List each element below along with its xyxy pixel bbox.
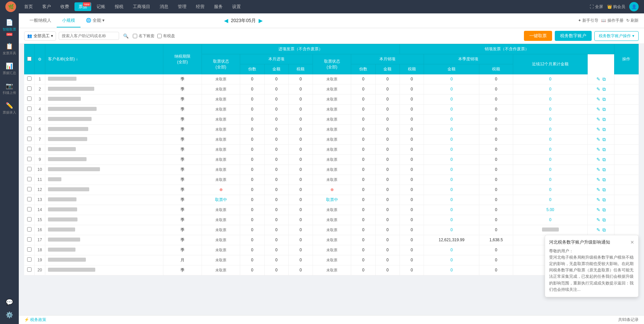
sidebar-item-ticket-summary[interactable]: 📊 票据汇总 <box>0 60 19 78</box>
sidebar-item-chat[interactable]: 💬 <box>4 296 14 309</box>
sidebar-item-settings[interactable]: ⚙️ <box>4 309 14 321</box>
edit-icon[interactable]: ✎ <box>596 147 600 152</box>
nav-messages[interactable]: 消息 <box>156 2 172 11</box>
nav-operations[interactable]: 经营 <box>192 2 209 11</box>
nav-billing[interactable]: 收费 <box>56 2 73 11</box>
copy-icon[interactable]: ⧉ <box>602 137 606 142</box>
copy-icon[interactable]: ⧉ <box>602 96 606 102</box>
row-checkbox[interactable] <box>27 237 32 242</box>
edit-icon[interactable]: ✎ <box>596 207 600 212</box>
user-avatar[interactable]: 👤 <box>629 2 639 11</box>
copy-icon[interactable]: ⧉ <box>602 117 606 122</box>
edit-icon[interactable]: ✎ <box>596 96 600 102</box>
sidebar-item-smart-ticket[interactable]: 📄 智能取票 new <box>0 16 19 39</box>
refresh-link[interactable]: ↻ 刷新 <box>626 18 639 23</box>
edit-icon[interactable]: ✎ <box>596 76 600 82</box>
search-input[interactable] <box>59 32 119 40</box>
row-checkbox[interactable] <box>27 137 32 141</box>
tab-general-taxpayer[interactable]: 一般纳税人 <box>24 14 57 27</box>
row-checkbox[interactable] <box>27 107 32 111</box>
checkbox-has-tax-disk[interactable]: 有税盘 <box>157 33 175 39</box>
copy-icon[interactable]: ⧉ <box>602 107 606 112</box>
nav-tax[interactable]: 报税 <box>111 2 127 11</box>
copy-icon[interactable]: ⧉ <box>602 167 606 173</box>
copy-icon[interactable]: ⧉ <box>602 217 606 223</box>
copy-icon[interactable]: ⧉ <box>602 147 606 152</box>
sidebar-item-ticket-entry[interactable]: ✏️ 票据录入 <box>0 99 19 118</box>
row-checkbox[interactable] <box>27 177 32 181</box>
fullscreen-link[interactable]: ⛶ 全屏 <box>590 4 603 10</box>
edit-icon[interactable]: ✎ <box>596 177 600 182</box>
nav-business[interactable]: 工商项目 <box>129 2 154 11</box>
nav-home[interactable]: 首页 <box>20 2 37 11</box>
sidebar-item-scan-upload[interactable]: 📷 扫描上传 <box>0 79 19 98</box>
tax-digital-account-button[interactable]: 税务数字账户 <box>555 31 592 41</box>
new-guide-link[interactable]: ✦ 新手引导 <box>578 18 598 23</box>
out_amount-cell: 0 <box>375 114 399 124</box>
prev-month-button[interactable]: ◀ <box>224 17 228 24</box>
row-checkbox[interactable] <box>27 167 32 171</box>
row-checkbox[interactable] <box>27 207 32 211</box>
row-checkbox[interactable] <box>27 96 32 101</box>
popup-close-button[interactable]: ✕ <box>630 240 634 245</box>
row-checkbox[interactable] <box>27 117 32 121</box>
row-checkbox[interactable] <box>27 227 32 232</box>
action-cell: ✎ ⧉ <box>588 195 614 205</box>
nav-services[interactable]: 服务 <box>210 2 227 11</box>
checkbox-named-accounts[interactable]: 名下账套 <box>133 33 155 39</box>
edit-icon[interactable]: ✎ <box>596 227 600 233</box>
copy-icon[interactable]: ⧉ <box>602 207 606 213</box>
edit-icon[interactable]: ✎ <box>596 187 600 192</box>
th-out-amount: 金额 <box>375 64 399 74</box>
nav-settings[interactable]: 设置 <box>228 2 245 11</box>
manual-link[interactable]: 📖 操作手册 <box>601 18 623 23</box>
copy-icon[interactable]: ⧉ <box>602 177 606 183</box>
checkbox-named-accounts-input[interactable] <box>133 34 137 38</box>
next-month-button[interactable]: ▶ <box>259 17 263 24</box>
tax-digital-ops-button[interactable]: 税务数字账户操作 ▾ <box>594 31 639 41</box>
edit-icon[interactable]: ✎ <box>596 217 600 222</box>
row-checkbox[interactable] <box>27 157 32 161</box>
row-checkbox[interactable] <box>27 127 32 131</box>
row-checkbox[interactable] <box>27 197 32 201</box>
search-button[interactable]: 🔍 <box>122 32 130 40</box>
incoming-status-cell: 未取票 <box>202 104 240 114</box>
edit-icon[interactable]: ✎ <box>596 117 600 122</box>
select-all-checkbox[interactable] <box>27 57 32 61</box>
row-checkbox[interactable] <box>27 147 32 151</box>
copy-icon[interactable]: ⧉ <box>602 157 606 163</box>
edit-icon[interactable]: ✎ <box>596 157 600 162</box>
edit-icon[interactable]: ✎ <box>596 86 600 92</box>
tab-all[interactable]: 🌐 全能 ▾ <box>80 14 110 27</box>
copy-icon[interactable]: ⧉ <box>602 197 606 203</box>
nav-accounting[interactable]: 记账 <box>93 2 109 11</box>
row-checkbox[interactable] <box>27 187 32 191</box>
edit-icon[interactable]: ✎ <box>596 107 600 112</box>
staff-select[interactable]: 👥 全部员工 ▾ <box>24 31 56 41</box>
copy-icon[interactable]: ⧉ <box>602 76 606 82</box>
checkbox-has-tax-disk-input[interactable] <box>157 34 162 38</box>
edit-icon[interactable]: ✎ <box>596 197 600 202</box>
nav-clients[interactable]: 客户 <box>38 2 55 11</box>
edit-icon[interactable]: ✎ <box>596 167 600 172</box>
row-checkbox[interactable] <box>27 247 32 252</box>
sidebar-item-invoice-open[interactable]: 📋 发票开具 <box>0 40 19 58</box>
one-click-ticket-button[interactable]: 一键取票 <box>524 31 552 41</box>
out_count-cell: 0 <box>351 185 375 195</box>
tab-small-scale[interactable]: 小规模 <box>57 14 80 27</box>
copy-icon[interactable]: ⧉ <box>602 127 606 132</box>
copy-icon[interactable]: ⧉ <box>602 227 606 233</box>
policy-link[interactable]: ⚡ 税务政策 <box>24 317 46 323</box>
member-link[interactable]: 👑 购会员 <box>607 4 625 10</box>
row-checkbox[interactable] <box>27 257 32 262</box>
row-checkbox[interactable] <box>27 217 32 221</box>
nav-tickets[interactable]: 票据 new <box>74 2 91 11</box>
copy-icon[interactable]: ⧉ <box>602 187 606 193</box>
row-checkbox[interactable] <box>27 267 32 272</box>
copy-icon[interactable]: ⧉ <box>602 86 606 92</box>
edit-icon[interactable]: ✎ <box>596 127 600 132</box>
edit-icon[interactable]: ✎ <box>596 137 600 142</box>
row-checkbox[interactable] <box>27 86 32 91</box>
row-checkbox[interactable] <box>27 76 32 81</box>
nav-manage[interactable]: 管理 <box>174 2 191 11</box>
